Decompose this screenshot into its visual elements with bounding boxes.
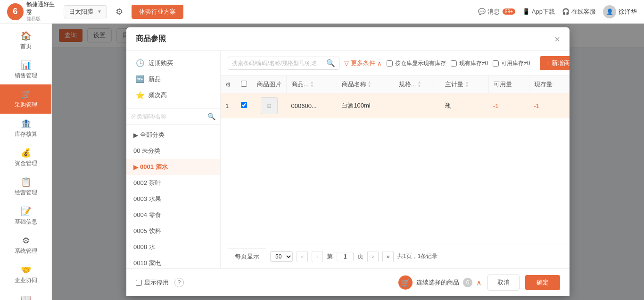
sidebar-item-ops[interactable]: 📋 经营管理 (0, 172, 51, 201)
tab-frequent[interactable]: ⭐ 频次高 (131, 88, 215, 103)
first-page-button[interactable]: « (297, 251, 308, 262)
category-item-3[interactable]: 0003 水果 (126, 191, 220, 207)
checkbox-nonzero-available[interactable] (493, 60, 499, 67)
pagination-bar: 每页显示 50 « ‹ 第 页 › » 共1页，1条记录 (221, 244, 570, 268)
sidebar-item-system[interactable]: ⚙ 系统管理 (0, 231, 51, 260)
td-num: 1 (221, 93, 236, 118)
th-name[interactable]: 商品名称 ▲ ▼ (337, 76, 394, 93)
checkbox-by-warehouse[interactable] (387, 60, 393, 67)
product-search-icon[interactable]: 🔍 (326, 59, 335, 67)
category-item-2[interactable]: 0002 茶叶 (126, 175, 220, 191)
unit-sort-arrows: ▲ ▼ (465, 81, 469, 88)
prev-page-button[interactable]: ‹ (312, 251, 323, 262)
show-disabled-checkbox[interactable] (136, 280, 142, 286)
th-image: 商品图片 (252, 76, 287, 93)
category-1-arrow: ▶ (133, 164, 138, 171)
user-avatar-area[interactable]: 👤 徐泽华 (603, 5, 637, 18)
sidebar-label-home: 首页 (20, 42, 32, 50)
content-area: 查询 设置 刷新 商品参照 × (52, 24, 644, 300)
sidebar-item-finance[interactable]: 💰 资金管理 (0, 143, 51, 172)
new-product-icon: 🆕 (136, 75, 145, 83)
filter-icon: ▽ (344, 60, 349, 67)
product-search-input[interactable] (232, 60, 326, 67)
store-select[interactable]: 日太阳膜 ▼ (64, 5, 107, 18)
left-panel: 🕒 近期购买 🆕 新品 ⭐ 频次高 (126, 51, 221, 268)
th-spec-label: 规格... (399, 80, 416, 89)
collapse-up-icon[interactable]: ∧ (476, 278, 482, 287)
row-checkbox[interactable] (241, 102, 247, 108)
category-search-icon[interactable]: 🔍 (207, 113, 215, 120)
category-1-label: 0001 酒水 (140, 163, 168, 171)
select-all-checkbox[interactable] (241, 81, 247, 87)
filter-label: 更多条件 (351, 59, 375, 67)
sidebar-item-purchase[interactable]: 🛒 采购管理 (0, 84, 51, 114)
td-name: 白酒100ml (337, 93, 394, 118)
frequent-icon: ⭐ (136, 91, 145, 100)
sidebar-item-home[interactable]: 🏠 首页 (0, 26, 51, 55)
left-panel-search-bar: 🔍 (126, 108, 220, 125)
category-item-1[interactable]: ▶ 0001 酒水 (126, 159, 220, 175)
page-word: 第 (327, 252, 333, 261)
next-page-button[interactable]: › (367, 251, 379, 262)
th-image-label: 商品图片 (257, 81, 281, 88)
modal-close-button[interactable]: × (554, 34, 560, 44)
checkbox-by-warehouse-label: 按仓库显示现有库存 (395, 59, 446, 67)
finance-icon: 💰 (21, 148, 31, 158)
online-service-item[interactable]: 🎧 在线客服 (562, 8, 596, 16)
inventory-icon: 🏦 (21, 118, 31, 129)
th-code-label: 商品... (291, 80, 309, 89)
last-page-button[interactable]: » (382, 251, 394, 262)
page-size-select[interactable]: 50 (270, 251, 293, 262)
th-code[interactable]: 商品... ▲ ▼ (287, 76, 337, 93)
ops-icon: 📋 (21, 177, 31, 187)
trial-button[interactable]: 体验行业方案 (132, 5, 183, 19)
total-info: 共1页，1条记录 (397, 252, 438, 260)
img-icon: 🖼 (267, 103, 272, 108)
spec-sort-arrows: ▲ ▼ (417, 81, 421, 88)
add-product-button[interactable]: + 新增商品 (540, 56, 570, 70)
headset-icon: 🎧 (562, 8, 570, 15)
th-spec[interactable]: 规格... ▲ ▼ (394, 76, 440, 93)
category-item-5[interactable]: 0005 饮料 (126, 223, 220, 239)
page-number-input[interactable] (337, 252, 354, 261)
sidebar-item-guide[interactable]: 📖 新手引导 (0, 289, 51, 300)
th-stock-label: 现存量 (534, 81, 553, 88)
confirm-button[interactable]: 确定 (525, 275, 560, 290)
sidebar-item-inventory[interactable]: 🏦 库存核算 (0, 114, 51, 143)
enterprise-icon: 🤝 (21, 265, 31, 275)
sidebar-item-sales[interactable]: 📊 销售管理 (0, 55, 51, 84)
category-item-0[interactable]: 00 未分类 (126, 143, 220, 159)
cart-area[interactable]: 🛒 连续选择的商品 0 ∧ (398, 275, 482, 290)
tab-recent-purchase[interactable]: 🕒 近期购买 (131, 56, 215, 71)
tab-new-product[interactable]: 🆕 新品 (131, 72, 215, 87)
category-item-4[interactable]: 0004 零食 (126, 207, 220, 223)
checkbox-nonzero-stock[interactable] (451, 60, 457, 67)
system-icon: ⚙ (22, 235, 30, 246)
filter-button[interactable]: ▽ 更多条件 ∧ (344, 59, 382, 67)
category-search-input[interactable] (131, 113, 205, 120)
messages-item[interactable]: 💬 消息 99+ (478, 8, 515, 16)
th-settings[interactable]: ⚙ (221, 76, 236, 93)
logo-text-area: 畅捷通好生意 捷易版 (26, 1, 59, 22)
logo-text: 畅捷通好生意 (26, 1, 59, 16)
sidebar-label-purchase: 采购管理 (15, 101, 37, 109)
cancel-button[interactable]: 取消 (487, 275, 520, 291)
app-download-item[interactable]: 📱 App下载 (522, 8, 555, 16)
messages-badge: 99+ (503, 8, 515, 15)
category-item-7[interactable]: 0010 家电 (126, 255, 220, 268)
sidebar-label-inventory: 库存核算 (15, 130, 37, 138)
code-sort-arrows: ▲ ▼ (310, 81, 314, 88)
category-item-6[interactable]: 0008 水 (126, 239, 220, 255)
purchase-icon: 🛒 (21, 89, 31, 100)
sidebar-item-basic[interactable]: 📝 基础信息 (0, 201, 51, 231)
table-row[interactable]: 1 🖼 (221, 93, 570, 118)
settings-icon[interactable]: ⚙ (112, 4, 127, 19)
sidebar-item-enterprise[interactable]: 🤝 企业协同 (0, 260, 51, 289)
th-unit[interactable]: 主计量 ▲ ▼ (440, 76, 488, 93)
help-icon[interactable]: ? (174, 278, 184, 287)
show-disabled-label: 显示停用 (136, 278, 169, 287)
category-item-all[interactable]: ▶ 全部分类 (126, 127, 220, 143)
product-image-placeholder: 🖼 (261, 97, 278, 114)
modal-title: 商品参照 (136, 34, 166, 44)
td-unit: 瓶 (440, 93, 488, 118)
